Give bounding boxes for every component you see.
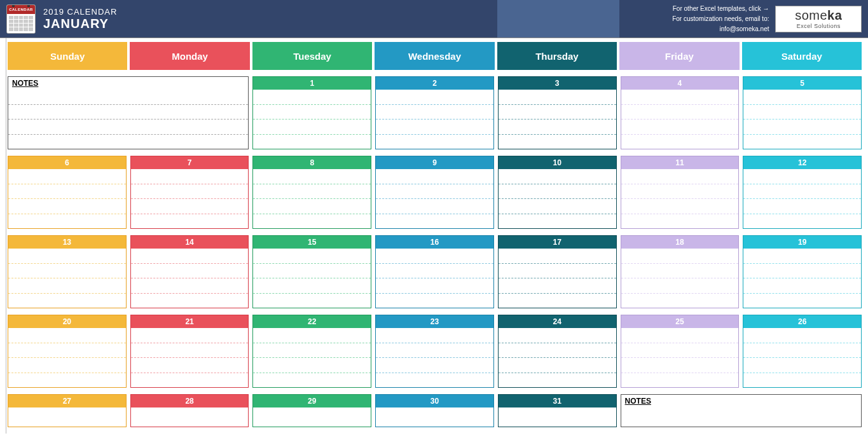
day-cell[interactable]: 2: [375, 76, 494, 149]
day-number: 18: [621, 236, 739, 249]
day-number: 30: [376, 395, 493, 407]
customization-link[interactable]: For customization needs, email to: info@…: [626, 14, 769, 34]
day-cell[interactable]: 27: [8, 394, 127, 427]
header-saturday: Saturday: [742, 42, 862, 70]
notes-line[interactable]: [8, 90, 248, 105]
topbar-right: For other Excel templates, click → For c…: [619, 0, 868, 38]
day-cell[interactable]: 1: [252, 76, 371, 149]
logo-main: someka: [795, 8, 842, 23]
week-row-5: 27 28 29 30 31 NOTES: [8, 394, 862, 427]
topbar-left: CALENDAR 2019 CALENDAR JANUARY: [0, 0, 497, 38]
day-cell[interactable]: 7: [130, 156, 249, 229]
notes-line[interactable]: [8, 120, 248, 135]
day-number: 13: [8, 236, 126, 249]
day-cell[interactable]: 21: [130, 315, 249, 388]
day-number: 31: [499, 395, 616, 407]
calendar-sheet: Sunday Monday Tuesday Wednesday Thursday…: [0, 38, 868, 434]
notes-label: NOTES: [621, 395, 861, 407]
month-title: JANUARY: [43, 17, 117, 31]
day-number: 24: [499, 315, 616, 328]
day-header-row: Sunday Monday Tuesday Wednesday Thursday…: [8, 42, 862, 70]
day-cell[interactable]: 18: [621, 235, 740, 308]
day-number: 6: [8, 156, 126, 169]
day-number: 23: [376, 315, 493, 328]
day-cell[interactable]: 6: [8, 156, 127, 229]
day-cell[interactable]: 30: [375, 394, 494, 427]
day-cell[interactable]: 24: [498, 315, 617, 388]
header-thursday: Thursday: [497, 42, 617, 70]
day-cell[interactable]: 28: [130, 394, 249, 427]
calendar-icon-label: CALENDAR: [7, 5, 35, 14]
day-cell[interactable]: 3: [498, 76, 617, 149]
notes-label: NOTES: [8, 77, 248, 90]
week-row-2: 6 7 8 9 10 11 12: [8, 156, 862, 229]
day-number: 5: [743, 77, 861, 90]
logo-sub: Excel Solutions: [797, 23, 841, 29]
day-cell[interactable]: 25: [621, 315, 740, 388]
day-number: 20: [8, 315, 126, 328]
header-monday: Monday: [130, 42, 249, 70]
day-cell[interactable]: 29: [252, 394, 371, 427]
day-number: 4: [621, 77, 739, 90]
day-number: 9: [376, 156, 493, 169]
day-cell[interactable]: 5: [743, 76, 862, 149]
title-block: 2019 CALENDAR JANUARY: [43, 7, 117, 31]
day-number: 12: [743, 156, 861, 169]
day-number: 29: [253, 395, 371, 407]
header-wednesday: Wednesday: [375, 42, 494, 70]
day-cell[interactable]: 13: [8, 235, 127, 308]
day-cell[interactable]: 20: [8, 315, 127, 388]
day-number: 26: [743, 315, 861, 328]
day-number: 17: [499, 236, 616, 249]
day-number: 7: [131, 156, 249, 169]
top-bar: CALENDAR 2019 CALENDAR JANUARY For other…: [0, 0, 868, 38]
templates-link[interactable]: For other Excel templates, click →: [626, 4, 769, 14]
calendar-icon: CALENDAR: [6, 4, 36, 34]
day-cell[interactable]: 14: [130, 235, 249, 308]
left-margin: [0, 38, 6, 434]
day-number: 1: [253, 77, 371, 90]
day-cell[interactable]: 10: [498, 156, 617, 229]
day-cell[interactable]: 31: [498, 394, 617, 427]
day-number: 21: [131, 315, 249, 328]
day-cell[interactable]: 11: [621, 156, 740, 229]
day-number: 2: [376, 77, 493, 90]
header-sunday: Sunday: [8, 42, 127, 70]
notes-line[interactable]: [8, 135, 248, 149]
top-links: For other Excel templates, click → For c…: [626, 4, 769, 34]
calendar-icon-grid: [7, 14, 35, 33]
day-number: 15: [253, 236, 371, 249]
someka-logo[interactable]: someka Excel Solutions: [775, 6, 862, 32]
notes-box-bottom[interactable]: NOTES: [621, 394, 862, 427]
day-cell[interactable]: 9: [375, 156, 494, 229]
day-number: 8: [253, 156, 371, 169]
day-number: 14: [131, 236, 249, 249]
day-number: 11: [621, 156, 739, 169]
notes-box-top[interactable]: NOTES: [8, 76, 249, 149]
day-cell[interactable]: 16: [375, 235, 494, 308]
day-number: 3: [499, 77, 616, 90]
day-number: 22: [253, 315, 371, 328]
day-cell[interactable]: 12: [743, 156, 862, 229]
day-cell[interactable]: 15: [252, 235, 371, 308]
week-row-3: 13 14 15 16 17 18 19: [8, 235, 862, 308]
day-number: 25: [621, 315, 739, 328]
header-friday: Friday: [619, 42, 739, 70]
year-title: 2019 CALENDAR: [43, 7, 117, 17]
day-number: 19: [743, 236, 861, 249]
day-cell[interactable]: 22: [252, 315, 371, 388]
day-cell[interactable]: 8: [252, 156, 371, 229]
day-number: 16: [376, 236, 493, 249]
week-row-1: NOTES 1 2 3 4 5: [8, 76, 862, 149]
week-row-4: 20 21 22 23 24 25 26: [8, 315, 862, 388]
day-cell[interactable]: 19: [743, 235, 862, 308]
topbar-mid: [497, 0, 619, 38]
day-number: 28: [131, 395, 249, 407]
notes-line[interactable]: [8, 105, 248, 120]
day-cell[interactable]: 17: [498, 235, 617, 308]
day-cell[interactable]: 26: [743, 315, 862, 388]
day-cell[interactable]: 23: [375, 315, 494, 388]
day-number: 10: [499, 156, 616, 169]
day-number: 27: [8, 395, 126, 407]
day-cell[interactable]: 4: [621, 76, 740, 149]
